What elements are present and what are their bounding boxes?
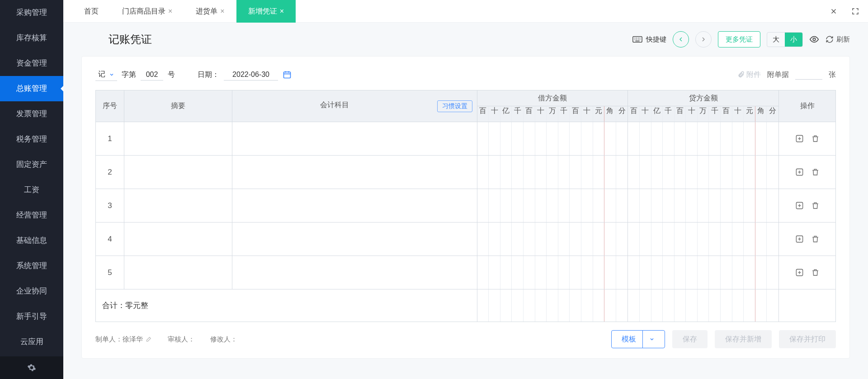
template-button[interactable]: 模板 (611, 330, 665, 348)
auditor-label: 审核人： (168, 335, 195, 344)
tab-2[interactable]: 进货单× (184, 0, 236, 23)
save-and-new-button[interactable]: 保存并新增 (715, 330, 772, 348)
page-content: 记账凭证 快捷键 更多凭证 大 小 刷新 (63, 23, 868, 379)
sidebar-item-13[interactable]: 云应用 (0, 329, 63, 355)
size-small[interactable]: 小 (785, 33, 802, 47)
table-row: 2 (96, 156, 836, 189)
subject-cell[interactable] (232, 156, 477, 189)
sidebar-item-7[interactable]: 工资 (0, 177, 63, 203)
table-row: 3 (96, 189, 836, 223)
gear-icon (27, 363, 36, 372)
credit-cell[interactable] (628, 156, 779, 189)
summary-cell[interactable] (124, 256, 232, 289)
col-index: 序号 (96, 90, 124, 122)
subject-cell[interactable] (232, 122, 477, 156)
sidebar-item-9[interactable]: 基础信息 (0, 228, 63, 253)
refresh-button[interactable]: 刷新 (826, 35, 850, 44)
prev-voucher-button[interactable] (673, 31, 689, 47)
add-row-icon[interactable] (795, 201, 804, 210)
delete-row-icon[interactable] (811, 201, 820, 210)
voucher-date-input[interactable]: 2022-06-30 (224, 69, 278, 81)
preview-button[interactable] (809, 34, 819, 44)
voucher-number-input[interactable]: 002 (141, 69, 163, 81)
credit-cell[interactable] (628, 189, 779, 223)
delete-row-icon[interactable] (811, 168, 820, 176)
col-credit: 贷方金额 (628, 90, 779, 106)
tab-close-icon[interactable]: × (280, 7, 284, 15)
credit-cell[interactable] (628, 223, 779, 256)
sidebar-item-8[interactable]: 经营管理 (0, 203, 63, 228)
subject-cell[interactable] (232, 256, 477, 289)
tab-bar: 首页门店商品目录×进货单×新增凭证× (63, 0, 868, 23)
save-and-print-button[interactable]: 保存并打印 (779, 330, 836, 348)
maker-label: 制单人：徐泽华 (95, 335, 152, 344)
attach-count-input[interactable] (795, 70, 822, 80)
sidebar-item-5[interactable]: 税务管理 (0, 127, 63, 152)
table-row: 4 (96, 223, 836, 256)
shortcut-hint[interactable]: 快捷键 (632, 35, 666, 44)
col-op: 操作 (779, 90, 836, 122)
tab-close-icon[interactable]: × (168, 7, 172, 15)
size-toggle: 大 小 (767, 32, 803, 47)
main-area: 首页门店商品目录×进货单×新增凭证× 记账凭证 快捷键 更多凭证 大 小 (63, 0, 868, 379)
tab-1[interactable]: 门店商品目录× (110, 0, 184, 23)
add-row-icon[interactable] (795, 168, 804, 176)
voucher-type-select[interactable]: 记 (95, 68, 117, 81)
table-row: 1 (96, 122, 836, 156)
tab-0[interactable]: 首页 (72, 0, 110, 23)
sidebar-item-10[interactable]: 系统管理 (0, 253, 63, 279)
sidebar-item-1[interactable]: 库存核算 (0, 25, 63, 51)
svg-rect-2 (284, 72, 291, 78)
sidebar-settings[interactable] (0, 356, 63, 379)
tab-close-icon[interactable]: × (220, 7, 224, 15)
delete-row-icon[interactable] (811, 235, 820, 243)
page-title: 记账凭证 (108, 32, 152, 47)
add-row-icon[interactable] (795, 235, 804, 243)
paperclip-icon (737, 71, 745, 78)
col-debit: 借方金额 (477, 90, 628, 106)
total-row: 合计：零元整 (96, 289, 836, 322)
debit-cell[interactable] (477, 223, 628, 256)
calendar-icon[interactable] (283, 70, 292, 79)
sidebar-item-2[interactable]: 资金管理 (0, 51, 63, 76)
sidebar-item-3[interactable]: 总账管理 (0, 76, 63, 101)
more-vouchers-button[interactable]: 更多凭证 (718, 31, 760, 47)
keyboard-icon (632, 36, 642, 43)
size-big[interactable]: 大 (767, 33, 785, 47)
habit-settings-button[interactable]: 习惯设置 (437, 100, 472, 112)
add-row-icon[interactable] (795, 134, 804, 143)
sidebar-item-6[interactable]: 固定资产 (0, 152, 63, 177)
fullscreen-button[interactable] (847, 3, 863, 19)
svg-rect-0 (633, 37, 642, 43)
debit-cell[interactable] (477, 189, 628, 223)
debit-cell[interactable] (477, 156, 628, 189)
subject-cell[interactable] (232, 223, 477, 256)
summary-cell[interactable] (124, 122, 232, 156)
save-button[interactable]: 保存 (672, 330, 708, 348)
subject-cell[interactable] (232, 189, 477, 223)
attachment-button[interactable]: 附件 (737, 70, 761, 80)
add-row-icon[interactable] (795, 268, 804, 277)
sidebar-item-0[interactable]: 采购管理 (0, 0, 63, 25)
tab-3[interactable]: 新增凭证× (236, 0, 296, 23)
credit-cell[interactable] (628, 122, 779, 156)
sidebar-item-12[interactable]: 新手引导 (0, 304, 63, 329)
delete-row-icon[interactable] (811, 268, 820, 277)
credit-cell[interactable] (628, 256, 779, 289)
next-voucher-button[interactable] (695, 31, 712, 47)
sidebar-item-11[interactable]: 企业协同 (0, 279, 63, 304)
svg-point-1 (813, 38, 816, 41)
debit-cell[interactable] (477, 122, 628, 156)
delete-row-icon[interactable] (811, 134, 820, 143)
summary-cell[interactable] (124, 223, 232, 256)
sidebar: 采购管理库存核算资金管理总账管理发票管理税务管理固定资产工资经营管理基础信息系统… (0, 0, 63, 379)
sidebar-item-4[interactable]: 发票管理 (0, 101, 63, 127)
edit-icon[interactable] (146, 336, 152, 342)
close-tab-button[interactable] (826, 3, 842, 19)
summary-cell[interactable] (124, 156, 232, 189)
summary-cell[interactable] (124, 189, 232, 223)
table-row: 5 (96, 256, 836, 289)
chevron-down-icon (649, 336, 655, 342)
debit-cell[interactable] (477, 256, 628, 289)
refresh-icon (826, 35, 834, 43)
